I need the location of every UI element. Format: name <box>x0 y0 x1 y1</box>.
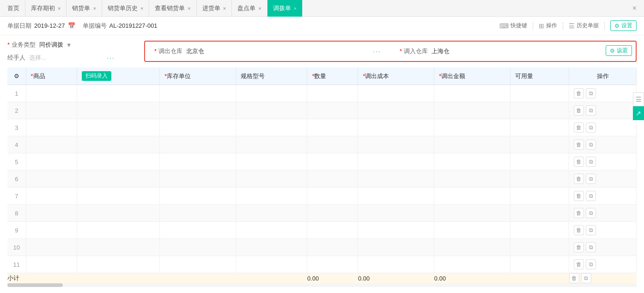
toolbar: 单据日期 2019-12-27 📅 单据编号 AL-20191227-001 ⌨… <box>0 17 644 35</box>
close-icon[interactable]: × <box>223 6 226 11</box>
table-header-actions: 操作 <box>569 67 637 85</box>
copy-icon[interactable]: ⧉ <box>586 140 596 150</box>
grid-icon: ⊞ <box>539 22 544 30</box>
delete-icon[interactable]: 🗑 <box>574 259 584 269</box>
row-action-cell: 🗑 ⧉ <box>574 174 632 184</box>
row-number-1: 1 <box>7 85 26 102</box>
scroll-thumb[interactable] <box>7 283 63 287</box>
subtotal-label: 小计 <box>7 273 77 284</box>
table-row: 3 🗑 ⧉ <box>7 119 637 136</box>
warehouse-in-label: * 调入仓库 <box>400 47 428 55</box>
subtotal-amount: 0.00 <box>434 273 510 284</box>
delete-icon[interactable]: 🗑 <box>574 208 584 218</box>
scan-button[interactable]: 扫码录入 <box>82 71 111 81</box>
table-row: 10 🗑 ⧉ <box>7 239 637 256</box>
delete-icon[interactable]: 🗑 <box>574 140 584 150</box>
copy-icon[interactable]: ⧉ <box>586 174 596 184</box>
close-icon[interactable]: × <box>188 6 190 11</box>
table-header-scan: 扫码录入 <box>77 67 160 85</box>
sidebar-list-icon[interactable]: ☰ <box>633 92 644 106</box>
settings-button[interactable]: ⚙ 设置 <box>610 20 637 31</box>
settings-gear-icon: ⚙ <box>614 23 620 29</box>
history-button[interactable]: ☰ 历史单据 <box>569 22 599 30</box>
sidebar-export-icon[interactable]: ↗ <box>633 106 644 120</box>
delete-icon[interactable]: 🗑 <box>574 191 584 201</box>
handler-row: 经手人 选择... ··· <box>7 54 137 62</box>
tab-sales-history[interactable]: 销货单历史 × <box>102 0 149 17</box>
tab-sales-order[interactable]: 销货单 × <box>67 0 102 17</box>
doc-number-field: 单据编号 AL-20191227-001 <box>83 22 158 30</box>
copy-icon[interactable]: ⧉ <box>586 225 596 235</box>
subtotal-copy-icon[interactable]: ⧉ <box>581 273 591 283</box>
copy-icon[interactable]: ⧉ <box>586 88 596 98</box>
table-row: 11 🗑 ⧉ <box>7 256 637 273</box>
handler-label: 经手人 <box>7 54 25 62</box>
subtotal-delete-icon[interactable]: 🗑 <box>569 273 579 283</box>
close-icon[interactable]: × <box>140 6 143 11</box>
warehouse-in-value: 上海仓 <box>431 47 450 55</box>
panel-settings-button[interactable]: ⚙ 设置 <box>606 45 632 56</box>
copy-icon[interactable]: ⧉ <box>586 242 596 252</box>
warehouse-out-dots[interactable]: ··· <box>373 48 381 55</box>
copy-icon[interactable]: ⧉ <box>586 157 596 167</box>
row-number-6: 6 <box>7 171 26 188</box>
tab-view-sales[interactable]: 查看销货单 × <box>149 0 196 17</box>
row-number-2: 2 <box>7 102 26 119</box>
delete-icon[interactable]: 🗑 <box>574 174 584 184</box>
warehouse-out-label: * 调出仓库 <box>154 47 182 55</box>
subtotal-action-cell: 🗑 ⧉ <box>569 273 637 283</box>
shortcuts-button[interactable]: ⌨ 快捷键 <box>499 22 527 30</box>
close-window-button[interactable]: × <box>627 4 642 12</box>
calendar-icon[interactable]: 📅 <box>68 22 75 29</box>
warehouse-panel: * 调出仓库 北京仓 ··· * 调入仓库 上海仓 ··· ⚙ 设置 <box>144 41 637 62</box>
toolbar-right: ⌨ 快捷键 ⊞ 操作 ☰ 历史单据 ⚙ 设置 <box>499 20 637 31</box>
copy-icon[interactable]: ⧉ <box>586 191 596 201</box>
close-icon[interactable]: × <box>258 6 261 11</box>
row-action-cell: 🗑 ⧉ <box>574 225 632 235</box>
table-row: 5 🗑 ⧉ <box>7 153 637 171</box>
dropdown-icon[interactable]: ▼ <box>66 42 72 49</box>
subtotal-cost: 0.00 <box>358 273 434 284</box>
row-number-11: 11 <box>7 256 26 273</box>
row-action-cell: 🗑 ⧉ <box>574 88 632 98</box>
business-type-select[interactable]: 同价调拨 ▼ <box>39 41 113 49</box>
copy-icon[interactable]: ⧉ <box>586 208 596 218</box>
handler-select[interactable]: 选择... <box>29 54 103 62</box>
row-action-cell: 🗑 ⧉ <box>574 191 632 201</box>
tab-purchase-order[interactable]: 进货单 × <box>197 0 232 17</box>
tab-inventory-check[interactable]: 盘点单 × <box>232 0 267 17</box>
table-header-gear[interactable]: ⚙ <box>7 67 26 85</box>
row-action-cell: 🗑 ⧉ <box>574 242 632 252</box>
delete-icon[interactable]: 🗑 <box>574 157 584 167</box>
close-icon[interactable]: × <box>93 6 96 11</box>
delete-icon[interactable]: 🗑 <box>574 105 584 116</box>
divider <box>604 22 605 30</box>
tab-transfer-order[interactable]: 调拨单 × <box>267 0 303 17</box>
table-header-spec: 规格型号 <box>236 67 307 85</box>
warehouse-in-row: * 调入仓库 上海仓 ··· <box>400 47 626 55</box>
row-action-cell: 🗑 ⧉ <box>574 157 632 167</box>
close-icon[interactable]: × <box>294 6 297 11</box>
tab-home[interactable]: 首页 <box>2 0 25 17</box>
more-dots-icon[interactable]: ··· <box>107 54 115 61</box>
delete-icon[interactable]: 🗑 <box>574 88 584 98</box>
table-header-available: 可用量 <box>510 67 569 85</box>
right-sidebar: ☰ ↗ <box>633 92 644 120</box>
row-action-cell: 🗑 ⧉ <box>574 140 632 150</box>
delete-icon[interactable]: 🗑 <box>574 242 584 252</box>
table-row: 8 🗑 ⧉ <box>7 205 637 222</box>
gear-icon: ⚙ <box>14 73 19 79</box>
business-type-row: * 业务类型 同价调拨 ▼ <box>7 41 137 49</box>
copy-icon[interactable]: ⧉ <box>586 105 596 116</box>
table-row: 1 🗑 ⧉ <box>7 85 637 102</box>
copy-icon[interactable]: ⧉ <box>586 122 596 133</box>
delete-icon[interactable]: 🗑 <box>574 225 584 235</box>
operations-button[interactable]: ⊞ 操作 <box>539 22 557 30</box>
subtotal-qty: 0.00 <box>307 273 358 284</box>
copy-icon[interactable]: ⧉ <box>586 259 596 269</box>
row-number-8: 8 <box>7 205 26 222</box>
horizontal-scrollbar[interactable] <box>7 283 637 287</box>
delete-icon[interactable]: 🗑 <box>574 122 584 133</box>
close-icon[interactable]: × <box>58 6 61 11</box>
tab-inventory-init[interactable]: 库存期初 × <box>25 0 67 17</box>
